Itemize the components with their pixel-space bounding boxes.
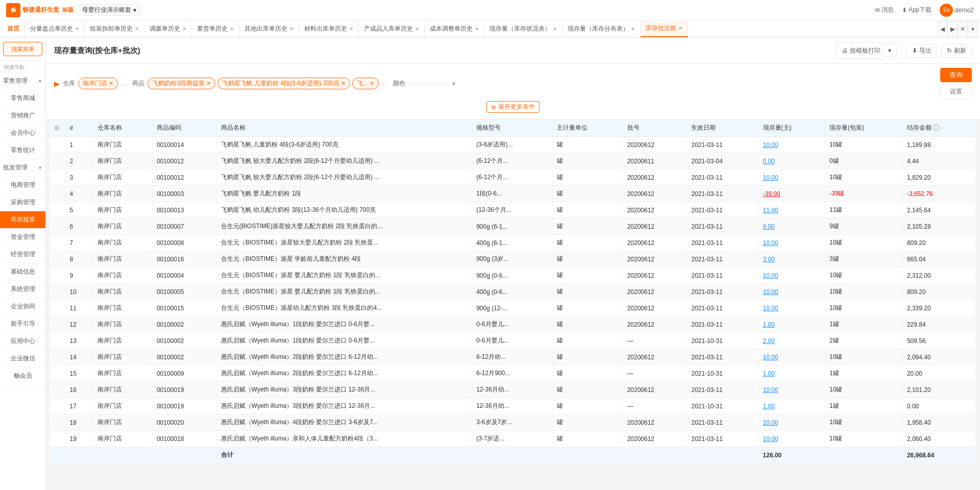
tab-close-icon[interactable]: ✕ — [415, 26, 419, 32]
sidebar-item-member-benefit[interactable]: 畅会员 — [0, 368, 45, 385]
query-btn[interactable]: 查询 — [940, 68, 972, 82]
tab-tiao-bo[interactable]: 调拨单历史✕ — [144, 21, 192, 37]
cell-stock-main[interactable]: 9.00 — [758, 218, 825, 235]
search-menu-btn[interactable]: 搜索菜单 — [3, 42, 42, 56]
cell-stock-main[interactable]: 0.00 — [758, 153, 825, 169]
table-container[interactable]: ⚙ # 仓库名称 商品编码 商品名称 规格型号 主计量单位 批号 失效日期 现存… — [46, 119, 980, 490]
cell-stock-main[interactable]: 10.00 — [758, 414, 825, 431]
message-btn[interactable]: ✉ 消息 — [875, 6, 894, 14]
tab-next-btn[interactable]: ▶ — [947, 21, 958, 37]
sidebar-item-retail-mgmt[interactable]: 零售管理▼ — [0, 72, 45, 90]
tab-menu-btn[interactable]: ▾ — [968, 21, 978, 37]
stock-main-value[interactable]: 9.00 — [763, 223, 775, 230]
tab-close-btn[interactable]: ✕ — [958, 21, 968, 37]
cell-stock-main[interactable]: 1.00 — [758, 316, 825, 333]
warehouse-more-btn[interactable]: … — [120, 80, 126, 87]
tab-cheng-ben[interactable]: 成本调整单历史✕ — [425, 21, 484, 37]
stock-main-value[interactable]: 10.00 — [763, 419, 778, 426]
cell-stock-main[interactable]: 10.00 — [758, 169, 825, 186]
stock-main-value[interactable]: 10.00 — [763, 435, 778, 443]
tab-qi-ta-chu[interactable]: 其他出库单历史✕ — [239, 21, 299, 37]
cell-stock-main[interactable]: 10.00 — [758, 382, 825, 398]
stock-main-value[interactable]: 1.00 — [763, 321, 775, 328]
app-download-btn[interactable]: ⬇ App下载 — [902, 6, 932, 14]
expand-arrow-btn[interactable]: ▶ — [54, 80, 60, 88]
refresh-btn[interactable]: ↻ 刷新 — [941, 44, 972, 58]
stock-main-value[interactable]: 10.00 — [763, 141, 778, 149]
tab-close-icon[interactable]: ✕ — [289, 26, 293, 32]
export-btn[interactable]: ⬇ 导出 — [906, 44, 937, 58]
cell-stock-main[interactable]: 2.00 — [758, 333, 825, 349]
product-tag-2-remove-icon[interactable]: ✕ — [341, 80, 346, 87]
sidebar-item-retail-stat[interactable]: 零售统计 — [0, 142, 45, 159]
tab-yao-huo[interactable]: 要货单历史✕ — [192, 21, 239, 37]
stock-main-value[interactable]: 10.00 — [763, 354, 778, 361]
stock-main-value[interactable]: 10.00 — [763, 174, 778, 181]
product-tag-3-remove-icon[interactable]: ✕ — [370, 80, 374, 87]
product-tag-2[interactable]: 飞鹤星飞帆 儿童奶粉 4段(3-6岁适用) 700克 ✕ — [217, 78, 350, 89]
sidebar-item-sys-mgmt[interactable]: 系统管理 — [0, 281, 45, 298]
stock-main-value[interactable]: 10.00 — [763, 288, 778, 296]
sidebar-item-purchase[interactable]: 采购管理 — [0, 194, 45, 211]
cell-stock-main[interactable]: 1.00 — [758, 398, 825, 414]
expand-conditions-btn[interactable]: ⊕ 展开更多条件 — [486, 101, 540, 113]
sidebar-item-finance[interactable]: 资金管理 — [0, 229, 45, 246]
balance-info-icon[interactable]: i — [933, 125, 939, 131]
stock-main-value[interactable]: 1.00 — [763, 403, 775, 410]
sidebar-item-basic-info[interactable]: 基础信息 — [0, 263, 45, 281]
tab-close-icon[interactable]: ✕ — [75, 26, 79, 32]
sidebar-item-enterprise[interactable]: 企业协同 — [0, 298, 45, 315]
product-tag-3[interactable]: 飞... ✕ — [352, 78, 379, 89]
sidebar-item-member[interactable]: 会员中心 — [0, 125, 45, 142]
cell-stock-main[interactable]: 10.00 — [758, 300, 825, 316]
cell-stock-main[interactable]: 11.00 — [758, 202, 825, 218]
warehouse-tag-nanang[interactable]: 南岸门店 ✕ — [78, 78, 118, 89]
sidebar-item-app-center[interactable]: 应用中心 — [0, 333, 45, 350]
print-btn[interactable]: 🖨 按模板打印 ▾ — [836, 42, 902, 59]
product-tag-1-remove-icon[interactable]: ✕ — [206, 80, 211, 87]
tab-ku-pi-ci[interactable]: 库存批次账✕ — [641, 21, 688, 37]
tab-chan-cheng[interactable]: 产成品入库单历史✕ — [359, 21, 425, 37]
tab-close-icon[interactable]: ✕ — [678, 26, 682, 31]
stock-main-value[interactable]: -39.00 — [763, 190, 780, 198]
tab-xian-cun-kk[interactable]: 现存量（库存状况表）✕ — [484, 21, 562, 37]
tab-cai-liao[interactable]: 材料出库单历史✕ — [299, 21, 359, 37]
tab-close-icon[interactable]: ✕ — [349, 26, 353, 32]
cell-stock-main[interactable]: 10.00 — [758, 284, 825, 300]
sidebar-item-inventory[interactable]: 库存核算 — [0, 211, 45, 229]
tab-close-icon[interactable]: ✕ — [135, 26, 139, 32]
tab-close-icon[interactable]: ✕ — [631, 26, 635, 32]
tab-home[interactable]: 首页 — [2, 21, 25, 37]
cell-stock-main[interactable]: 10.00 — [758, 349, 825, 365]
stock-main-value[interactable]: 10.00 — [763, 305, 778, 312]
warehouse-tag-remove-icon[interactable]: ✕ — [109, 80, 113, 87]
stock-main-value[interactable]: 10.00 — [763, 239, 778, 247]
product-tag-1[interactable]: 飞鹤奶粉3段两提装 ✕ — [148, 78, 215, 89]
sidebar-item-new-guide[interactable]: 新手引导 — [0, 315, 45, 333]
stock-main-value[interactable]: 11.00 — [763, 207, 778, 214]
tab-close-icon[interactable]: ✕ — [475, 26, 479, 32]
cell-stock-main[interactable]: -39.00 — [758, 186, 825, 202]
column-settings-icon[interactable]: ⚙ — [54, 125, 60, 132]
tab-close-icon[interactable]: ✕ — [230, 26, 234, 32]
cell-stock-main[interactable]: 10.00 — [758, 431, 825, 447]
stock-main-value[interactable]: 10.00 — [763, 386, 778, 394]
tab-fen-pan[interactable]: 分量盘点单历史✕ — [25, 21, 85, 37]
stock-main-value[interactable]: 1.00 — [763, 370, 775, 377]
cell-stock-main[interactable]: 3.00 — [758, 251, 825, 267]
stock-main-value[interactable]: 0.00 — [763, 158, 775, 165]
tab-prev-btn[interactable]: ◀ — [937, 21, 947, 37]
stock-main-value[interactable]: 2.00 — [763, 337, 775, 345]
cell-stock-main[interactable]: 10.00 — [758, 267, 825, 284]
sidebar-item-batch-mgmt[interactable]: 批发管理▼ — [0, 159, 45, 177]
color-dropdown-icon[interactable]: ▾ — [452, 80, 455, 87]
stock-main-value[interactable]: 3.00 — [763, 256, 775, 263]
sidebar-item-ecom-mgmt[interactable]: 电商管理 — [0, 177, 45, 194]
stock-main-value[interactable]: 10.00 — [763, 272, 778, 279]
user-info[interactable]: Ea demo2 — [940, 4, 974, 17]
tab-zu-chai[interactable]: 组装拆卸单历史✕ — [85, 21, 144, 37]
account-dropdown[interactable]: 母婴行业演示账套 ▾ — [78, 4, 141, 16]
sidebar-item-retail-shop[interactable]: 零售商城 — [0, 90, 45, 107]
tab-close-icon[interactable]: ✕ — [182, 26, 186, 32]
sidebar-item-marketing[interactable]: 营销推广 — [0, 107, 45, 125]
